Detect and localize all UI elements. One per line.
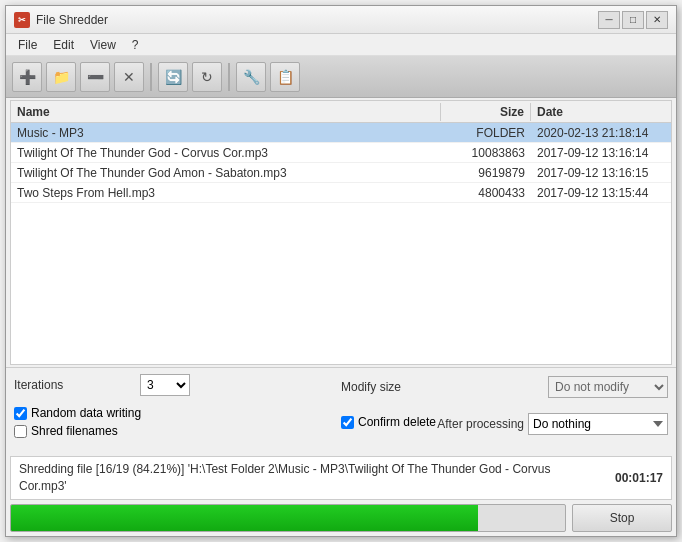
remove-button[interactable]: ➖ [80, 62, 110, 92]
modify-size-label: Modify size [341, 380, 461, 394]
menu-edit[interactable]: Edit [45, 36, 82, 54]
iterations-select[interactable]: 3 1 7 35 [140, 374, 190, 396]
table-row[interactable]: Two Steps From Hell.mp3 4800433 2017-09-… [11, 183, 671, 203]
toolbar-separator-1 [150, 63, 152, 91]
options-right-1: Modify size Do not modify Random size Ze… [341, 376, 668, 398]
shred-filenames-group: Shred filenames [14, 424, 341, 438]
title-bar: ✂ File Shredder ─ □ ✕ [6, 6, 676, 34]
random-data-group: Random data writing [14, 406, 341, 420]
progress-stop-area: Stop [10, 504, 672, 532]
confirm-delete-group: Confirm delete [341, 415, 436, 429]
file-name: Music - MP3 [11, 124, 441, 142]
stop-button[interactable]: Stop [572, 504, 672, 532]
main-window: ✂ File Shredder ─ □ ✕ File Edit View ? ➕… [5, 5, 677, 537]
add-button[interactable]: ➕ [12, 62, 42, 92]
random-data-label: Random data writing [31, 406, 141, 420]
table-row[interactable]: Twilight Of The Thunder God - Corvus Cor… [11, 143, 671, 163]
title-bar-buttons: ─ □ ✕ [598, 11, 668, 29]
after-processing-group: After processing Do nothing Shutdown Res… [437, 413, 668, 435]
header-size: Size [441, 103, 531, 121]
file-list-body: Music - MP3 FOLDER 2020-02-13 21:18:14 T… [11, 123, 671, 364]
progress-bar-fill [11, 505, 478, 531]
shred-filenames-label: Shred filenames [31, 424, 118, 438]
confirm-delete-label: Confirm delete [358, 415, 436, 429]
open-button[interactable]: 📁 [46, 62, 76, 92]
menu-help[interactable]: ? [124, 36, 147, 54]
file-list: Name Size Date Music - MP3 FOLDER 2020-0… [10, 100, 672, 365]
iterations-group: Iterations 3 1 7 35 [14, 374, 341, 396]
header-name: Name [11, 103, 441, 121]
random-data-checkbox[interactable] [14, 407, 27, 420]
menu-file[interactable]: File [10, 36, 45, 54]
close-button[interactable]: ✕ [646, 11, 668, 29]
options-row-1: Iterations 3 1 7 35 Modify size Do not m… [14, 374, 668, 400]
menu-bar: File Edit View ? [6, 34, 676, 56]
delete-button[interactable]: ✕ [114, 62, 144, 92]
iterations-label: Iterations [14, 378, 134, 392]
after-processing-label: After processing [437, 417, 524, 431]
status-area: Shredding file [16/19 (84.21%)] 'H:\Test… [10, 456, 672, 500]
file-name: Two Steps From Hell.mp3 [11, 184, 441, 202]
info-button[interactable]: 📋 [270, 62, 300, 92]
file-date: 2017-09-12 13:16:14 [531, 144, 671, 162]
header-date: Date [531, 103, 671, 121]
options-right-2: Confirm delete After processing Do nothi… [341, 413, 668, 435]
toolbar: ➕ 📁 ➖ ✕ 🔄 ↻ 🔧 📋 [6, 56, 676, 98]
file-size: FOLDER [441, 124, 531, 142]
maximize-button[interactable]: □ [622, 11, 644, 29]
after-processing-select[interactable]: Do nothing Shutdown Restart Hibernate Sl… [528, 413, 668, 435]
file-date: 2017-09-12 13:15:44 [531, 184, 671, 202]
menu-view[interactable]: View [82, 36, 124, 54]
modify-size-select[interactable]: Do not modify Random size Zero size [548, 376, 668, 398]
file-size: 4800433 [441, 184, 531, 202]
file-size: 9619879 [441, 164, 531, 182]
file-date: 2017-09-12 13:16:15 [531, 164, 671, 182]
file-list-header: Name Size Date [11, 101, 671, 123]
app-icon: ✂ [14, 12, 30, 28]
table-row[interactable]: Music - MP3 FOLDER 2020-02-13 21:18:14 [11, 123, 671, 143]
options-left-2: Random data writing Shred filenames [14, 406, 341, 442]
minimize-button[interactable]: ─ [598, 11, 620, 29]
confirm-delete-checkbox[interactable] [341, 416, 354, 429]
options-left-1: Iterations 3 1 7 35 [14, 374, 341, 400]
table-row[interactable]: Twilight Of The Thunder God Amon - Sabat… [11, 163, 671, 183]
toolbar-separator-2 [228, 63, 230, 91]
file-size: 10083863 [441, 144, 531, 162]
settings-button[interactable]: 🔧 [236, 62, 266, 92]
options-row-2: Random data writing Shred filenames Conf… [14, 406, 668, 442]
refresh-button[interactable]: 🔄 [158, 62, 188, 92]
file-name: Twilight Of The Thunder God Amon - Sabat… [11, 164, 441, 182]
progress-bar-container [10, 504, 566, 532]
file-date: 2020-02-13 21:18:14 [531, 124, 671, 142]
window-title: File Shredder [36, 13, 598, 27]
refresh2-button[interactable]: ↻ [192, 62, 222, 92]
status-time: 00:01:17 [603, 471, 663, 485]
options-area: Iterations 3 1 7 35 Modify size Do not m… [6, 367, 676, 454]
file-name: Twilight Of The Thunder God - Corvus Cor… [11, 144, 441, 162]
shred-filenames-checkbox[interactable] [14, 425, 27, 438]
status-text: Shredding file [16/19 (84.21%)] 'H:\Test… [19, 461, 593, 495]
